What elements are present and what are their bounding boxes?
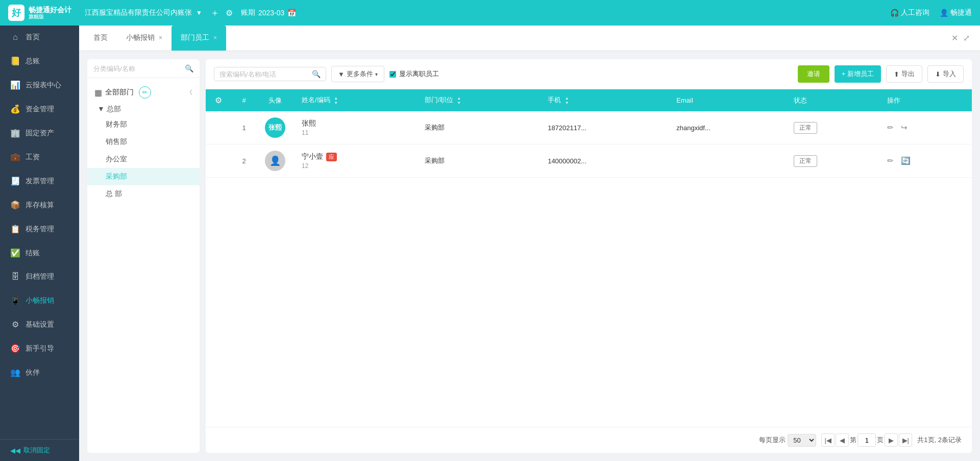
- dept-collapse-btn[interactable]: 《: [186, 88, 192, 97]
- export-btn[interactable]: ⬆ 导出: [886, 65, 922, 83]
- tab-home[interactable]: 首页: [84, 26, 117, 51]
- fixed-assets-icon: 🏢: [10, 128, 20, 138]
- toolbar: 🔍 ▼ 更多条件 ▾ 显示离职员工 邀请 + 新增员工: [206, 59, 972, 89]
- close-all-icon[interactable]: ✕: [951, 33, 958, 43]
- import-btn[interactable]: ⬇ 导入: [927, 65, 964, 83]
- left-panel: 🔍 ▦ 全部部门 ✏ 《 ▼ 总部 财务部 销售部 办公室 采购部: [87, 59, 200, 453]
- unpin-btn[interactable]: ◀◀ 取消固定: [0, 439, 79, 461]
- dept-list: ▦ 全部部门 ✏ 《 ▼ 总部 财务部 销售部 办公室 采购部 总 部: [87, 78, 200, 453]
- sidebar-label-fund: 资金管理: [26, 105, 54, 114]
- calendar-icon[interactable]: 📅: [287, 9, 296, 17]
- search-icon[interactable]: 🔍: [312, 70, 321, 78]
- topbar: 好 畅捷通好会计 旗舰版 江西服宝精品有限责任公司内账张 ▼ ＋ ⚙ 账期 20…: [0, 0, 980, 26]
- sidebar-item-ledger[interactable]: 📒 总账: [0, 49, 79, 73]
- sidebar-label-partner: 伙伴: [26, 368, 40, 377]
- sidebar-item-salary[interactable]: 💼 工资: [0, 145, 79, 169]
- sidebar-item-settings[interactable]: ⚙ 基础设置: [0, 312, 79, 336]
- support-btn[interactable]: 🎧 人工咨询: [890, 8, 929, 17]
- content-area: 首页 小畅报销 × 部门员工 × ✕ ⤢ 🔍: [79, 26, 980, 461]
- td-avatar: 👤: [257, 144, 293, 178]
- avatar: 张熙: [265, 117, 285, 138]
- td-status: 正常: [786, 111, 878, 144]
- sidebar-item-inventory[interactable]: 📦 库存核算: [0, 193, 79, 217]
- td-num: 2: [231, 144, 257, 178]
- filter-btn[interactable]: ▼ 更多条件 ▾: [331, 66, 384, 82]
- home-icon: ⌂: [10, 33, 20, 42]
- sidebar-item-guide[interactable]: 🎯 新手引导: [0, 336, 79, 360]
- sidebar-item-archive[interactable]: 🗄 归档管理: [0, 265, 79, 288]
- th-settings[interactable]: ⚙: [206, 89, 231, 111]
- close-tab-xiaochang[interactable]: ×: [159, 34, 162, 41]
- td-email: [668, 144, 786, 178]
- th-name[interactable]: 姓名/编码 ▲▼: [293, 89, 416, 111]
- sort-name[interactable]: ▲▼: [334, 96, 338, 105]
- dept-all-item[interactable]: ▦ 全部部门 ✏ 《: [87, 82, 200, 103]
- invite-btn[interactable]: 邀请: [798, 65, 829, 83]
- td-phone: 140000002...: [540, 144, 668, 178]
- th-num: #: [231, 89, 257, 111]
- user-menu[interactable]: 👤 畅捷通: [940, 8, 972, 17]
- close-tab-dept-staff[interactable]: ×: [213, 34, 217, 41]
- tab-xiaochang[interactable]: 小畅报销 ×: [117, 26, 172, 51]
- dept-child-purchase[interactable]: 采购部: [87, 168, 200, 185]
- expand-icon[interactable]: ⤢: [963, 33, 970, 43]
- dept-child-finance[interactable]: 财务部: [87, 116, 200, 133]
- add-icon[interactable]: ＋: [210, 7, 219, 19]
- sidebar-item-invoice[interactable]: 🧾 发票管理: [0, 169, 79, 193]
- dept-child-general[interactable]: 总 部: [87, 185, 200, 203]
- dept-search-input[interactable]: [93, 65, 182, 72]
- sidebar-item-fund[interactable]: 💰 资金管理: [0, 97, 79, 121]
- inventory-icon: 📦: [10, 200, 20, 210]
- page-size-dropdown[interactable]: 10 20 50 100: [788, 434, 816, 447]
- sidebar-item-reports[interactable]: 📊 云报表中心: [0, 73, 79, 97]
- page-number-input[interactable]: [857, 433, 876, 447]
- sidebar-item-expense[interactable]: 📱 小畅报销: [0, 288, 79, 312]
- sort-dept[interactable]: ▲▼: [457, 96, 461, 105]
- main-layout: ⌂ 首页 📒 总账 📊 云报表中心 💰 资金管理 🏢 固定资产 💼 工资 🧾 发…: [0, 26, 980, 461]
- sidebar-label-expense: 小畅报销: [26, 296, 54, 305]
- sidebar-label-invoice: 发票管理: [26, 177, 54, 186]
- show-resigned-checkbox[interactable]: 显示离职员工: [389, 69, 439, 79]
- edit-icon[interactable]: ✏: [887, 156, 894, 165]
- sidebar-item-home[interactable]: ⌂ 首页: [0, 26, 79, 49]
- edit-icon[interactable]: ✏: [887, 123, 894, 132]
- resigned-check[interactable]: [389, 71, 396, 78]
- dept-child-sales[interactable]: 销售部: [87, 133, 200, 151]
- status-badge: 正常: [794, 122, 817, 134]
- next-page-btn[interactable]: ▶: [885, 433, 898, 447]
- dept-parent-headquarters[interactable]: ▼ 总部: [87, 103, 200, 116]
- period-selector[interactable]: 账期 2023-03 📅: [241, 8, 296, 17]
- sidebar-label-tax: 税务管理: [26, 225, 54, 234]
- settings-icon[interactable]: ⚙: [226, 8, 233, 18]
- dept-child-office[interactable]: 办公室: [87, 151, 200, 168]
- last-page-btn[interactable]: ▶|: [899, 433, 912, 447]
- dept-all-label: 全部部门: [105, 88, 134, 97]
- collapse-arrow: ▼: [97, 105, 107, 113]
- more-icon[interactable]: 🔄: [901, 156, 911, 165]
- dept-edit-btn[interactable]: ✏: [139, 86, 151, 99]
- sidebar-item-tax[interactable]: 📋 税务管理: [0, 217, 79, 241]
- tab-dept-staff[interactable]: 部门员工 ×: [172, 26, 226, 51]
- sidebar-item-settle[interactable]: ✅ 结账: [0, 241, 79, 265]
- sidebar-item-fixed-assets[interactable]: 🏢 固定资产: [0, 121, 79, 145]
- company-name[interactable]: 江西服宝精品有限责任公司内账张 ▼ ＋ ⚙: [85, 7, 233, 19]
- guide-icon: 🎯: [10, 344, 20, 353]
- th-phone[interactable]: 手机 ▲▼: [540, 89, 668, 111]
- ledger-icon: 📒: [10, 56, 20, 66]
- pin-icon: ◀◀: [10, 447, 20, 454]
- search-icon[interactable]: 🔍: [185, 64, 193, 72]
- chevron-down-icon[interactable]: ▼: [196, 9, 202, 16]
- th-dept[interactable]: 部门/职位 ▲▼: [416, 89, 540, 111]
- sort-phone[interactable]: ▲▼: [565, 96, 569, 105]
- status-badge: 正常: [794, 155, 817, 167]
- settings-nav-icon: ⚙: [10, 320, 20, 329]
- headset-icon: 🎧: [890, 9, 899, 17]
- import-icon: ⬇: [935, 70, 941, 78]
- add-employee-btn[interactable]: + 新增员工: [835, 65, 881, 83]
- prev-page-btn[interactable]: ◀: [836, 433, 849, 447]
- sidebar-label-inventory: 库存核算: [26, 201, 54, 210]
- first-page-btn[interactable]: |◀: [821, 433, 835, 447]
- sidebar-item-partner[interactable]: 👥 伙伴: [0, 360, 79, 384]
- more-icon[interactable]: ↪: [901, 123, 908, 132]
- staff-search-input[interactable]: [219, 70, 309, 78]
